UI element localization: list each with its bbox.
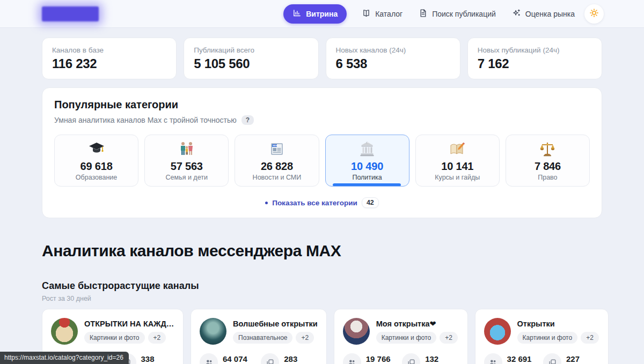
stat-card-publications-total: Публикаций всего 5 105 560 bbox=[184, 38, 318, 79]
show-all-categories-link[interactable]: Показать все категории bbox=[265, 199, 357, 207]
help-badge[interactable]: ? bbox=[241, 115, 254, 125]
site-logo[interactable] bbox=[40, 5, 100, 23]
channel-card[interactable]: Открытки Картинки и фото +2 32 691 подпи… bbox=[475, 309, 609, 364]
publications-stat: 283 публикаций bbox=[261, 353, 317, 364]
nav-item-katalog[interactable]: Каталог bbox=[361, 5, 404, 23]
nav-item-label: Витрина bbox=[306, 10, 338, 18]
channel-header: Моя открытка❤ Картинки и фото +2 bbox=[343, 318, 459, 345]
browser-status-url: https://maxstat.io/catalog?category_id=2… bbox=[0, 352, 129, 364]
stat-label: Публикаций всего bbox=[194, 46, 308, 54]
svg-text:NEWS: NEWS bbox=[273, 145, 279, 147]
category-card-kursy-i-gajdy[interactable]: 10 141 Курсы и гайды bbox=[415, 135, 500, 187]
category-card-semya-i-deti[interactable]: 57 563 Семья и дети bbox=[144, 135, 229, 187]
channel-name: ОТКРЫТКИ НА КАЖДЫЙ... bbox=[84, 320, 174, 328]
show-all-row: Показать все категории 42 bbox=[54, 197, 590, 208]
channel-extra-tag: +2 bbox=[581, 332, 599, 344]
subscribers-stat: 19 766 подписчиков bbox=[343, 353, 402, 364]
nav-item-poisk-publikacij[interactable]: Поиск публикаций bbox=[418, 5, 497, 23]
panel-subtitle: Умная аналитика каналов Max с тройной то… bbox=[54, 116, 237, 124]
channel-stats: 64 074 подписчиков 283 публикаций bbox=[200, 353, 318, 364]
nav-item-vitrina[interactable]: Витрина bbox=[283, 4, 347, 24]
stat-label: Каналов в базе bbox=[52, 46, 166, 54]
subscribers-stat: 32 691 подписчиков bbox=[484, 353, 543, 364]
channel-header: Открытки Картинки и фото +2 bbox=[484, 318, 600, 345]
nav-item-label: Каталог bbox=[375, 10, 402, 18]
publications-count: 283 bbox=[284, 354, 317, 363]
publications-stat: 227 публикаций bbox=[543, 353, 599, 364]
category-count: 10 141 bbox=[441, 160, 473, 173]
category-card-novosti-i-smi[interactable]: NEWS 26 828 Новости и СМИ bbox=[235, 135, 319, 187]
channel-extra-tag: +2 bbox=[296, 332, 314, 344]
publications-icon bbox=[543, 353, 561, 364]
publications-count: 132 bbox=[425, 354, 458, 363]
stat-card-new-channels-24h: Новых каналов (24ч) 6 538 bbox=[326, 38, 460, 79]
channel-avatar bbox=[200, 318, 226, 345]
channel-tag: Картинки и фото bbox=[84, 332, 145, 344]
bar-chart-icon bbox=[292, 9, 302, 19]
subscribers-count: 19 766 bbox=[366, 354, 402, 363]
channel-tags: Познавательное +2 bbox=[233, 332, 318, 344]
nav-item-label: Оценка рынка bbox=[525, 10, 575, 18]
category-count: 10 490 bbox=[351, 160, 383, 173]
book-pencil-icon bbox=[449, 140, 466, 158]
publications-count: 227 bbox=[566, 354, 599, 363]
stat-label: Новых каналов (24ч) bbox=[336, 46, 450, 54]
show-all-label: Показать все категории bbox=[272, 199, 357, 207]
channel-card[interactable]: Моя открытка❤ Картинки и фото +2 19 766 … bbox=[334, 309, 468, 364]
page-title: Аналитика каналов мессенджера MAX bbox=[42, 242, 602, 260]
category-card-pravo[interactable]: 7 846 Право bbox=[506, 135, 590, 187]
scales-icon bbox=[539, 140, 556, 158]
channel-tags: Картинки и фото +2 bbox=[376, 332, 458, 344]
publications-icon bbox=[402, 353, 420, 364]
stat-value: 5 105 560 bbox=[194, 56, 308, 71]
categories-count-badge: 42 bbox=[362, 197, 379, 208]
channel-tags: Картинки и фото +2 bbox=[84, 332, 174, 344]
subscribers-count: 32 691 bbox=[507, 354, 543, 363]
book-icon bbox=[362, 9, 371, 19]
publications-count: 338 bbox=[141, 354, 174, 363]
graduation-cap-icon bbox=[88, 140, 105, 158]
summary-stats-row: Каналов в базе 116 232 Публикаций всего … bbox=[42, 38, 602, 79]
category-card-obrazovanie[interactable]: 69 618 Образование bbox=[54, 135, 138, 187]
channel-tag: Познавательное bbox=[233, 332, 292, 344]
category-card-politika[interactable]: 10 490 Политика bbox=[325, 135, 409, 187]
sun-icon bbox=[589, 8, 599, 19]
subscribers-icon bbox=[484, 353, 502, 364]
channel-header: ОТКРЫТКИ НА КАЖДЫЙ... Картинки и фото +2 bbox=[51, 318, 174, 345]
nav-item-label: Поиск публикаций bbox=[432, 10, 496, 18]
category-label: Новости и СМИ bbox=[253, 174, 302, 181]
category-grid: 69 618 Образование 57 563 Семья и дети bbox=[54, 135, 590, 187]
top-navbar: Витрина Каталог Поиск публикаций bbox=[0, 0, 644, 28]
category-count: 69 618 bbox=[80, 160, 113, 173]
channel-stats: 32 691 подписчиков 227 публикаций bbox=[484, 353, 600, 364]
subscribers-icon bbox=[343, 353, 361, 364]
channel-stats: 19 766 подписчиков 132 публикаций bbox=[343, 353, 459, 364]
classical-building-icon bbox=[358, 140, 376, 158]
channel-name: Волшебные открытки bbox=[233, 320, 318, 328]
publications-stat: 132 публикаций bbox=[402, 353, 458, 364]
subscribers-stat: 64 074 подписчиков bbox=[200, 353, 261, 364]
family-icon bbox=[178, 140, 195, 158]
category-label: Семья и дети bbox=[166, 174, 208, 181]
main-content: Каналов в базе 116 232 Публикаций всего … bbox=[0, 28, 644, 364]
bullet-dot-icon bbox=[265, 202, 268, 204]
panel-subtitle-row: Умная аналитика каналов Max с тройной то… bbox=[54, 115, 590, 125]
theme-toggle-button[interactable] bbox=[584, 4, 604, 24]
category-count: 57 563 bbox=[171, 160, 203, 173]
stat-value: 7 162 bbox=[478, 56, 592, 71]
channel-extra-tag: +2 bbox=[148, 332, 166, 344]
panel-title: Популярные категории bbox=[54, 99, 590, 111]
nav-item-ocenka-rynka[interactable]: Оценка рынка bbox=[511, 5, 576, 23]
stat-card-new-publications-24h: Новых публикаций (24ч) 7 162 bbox=[467, 38, 602, 79]
channel-header: Волшебные открытки Познавательное +2 bbox=[200, 318, 318, 345]
document-icon bbox=[419, 9, 428, 19]
channel-avatar bbox=[343, 318, 370, 345]
channel-card[interactable]: Волшебные открытки Познавательное +2 64 … bbox=[191, 309, 327, 364]
channel-tag: Картинки и фото bbox=[517, 332, 578, 344]
category-label: Политика bbox=[352, 174, 382, 181]
section-title: Самые быстрорастущие каналы bbox=[42, 280, 602, 292]
subscribers-count: 64 074 bbox=[223, 354, 259, 363]
channel-name: Моя открытка❤ bbox=[376, 320, 458, 328]
section-subtitle: Рост за 30 дней bbox=[42, 295, 602, 302]
channel-tag: Картинки и фото bbox=[376, 332, 437, 344]
